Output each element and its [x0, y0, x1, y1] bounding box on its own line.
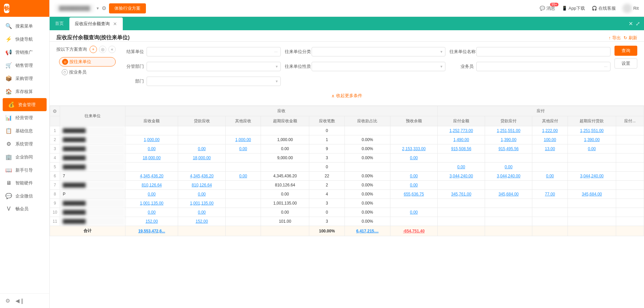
row-other-payable[interactable]: 77.00 — [532, 190, 568, 199]
online-service-item[interactable]: 🎧 在线客服 — [592, 5, 616, 11]
collapse-conditions-btn[interactable]: ∧ 收起更多条件 — [331, 93, 362, 99]
add-icon[interactable]: + — [90, 46, 97, 53]
total-advance[interactable]: 6,417,215.... — [344, 226, 390, 236]
download-icon: 📱 — [562, 6, 567, 11]
sidebar-item-企业微信[interactable]: 💬企业微信 — [0, 189, 49, 203]
export-action[interactable]: ↑ 导出 — [609, 35, 621, 41]
sidebar-item-销售管理[interactable]: 🛒销售管理 — [0, 59, 49, 72]
row-other-payable[interactable]: 100.00 — [532, 135, 568, 144]
query-button[interactable]: 查询 — [614, 46, 637, 56]
row-receivable-amount[interactable]: 4,345,436.20 — [125, 172, 178, 181]
refresh-action[interactable]: ↻ 刷新 — [624, 35, 637, 41]
row-advance-balance[interactable]: 2,153,333.00 — [390, 144, 437, 153]
row-payable-amount[interactable]: 915,508.56 — [437, 144, 485, 153]
row-receivable-amount[interactable]: 1,001,135.00 — [125, 199, 178, 208]
sidebar-item-新手引导[interactable]: 📖新手引导 — [0, 164, 49, 177]
collapse-icon[interactable]: ◀ ‖ — [15, 298, 23, 304]
tab-close-all-icon[interactable]: ✕ — [629, 20, 633, 27]
sidebar-item-快捷导航[interactable]: ⚡快捷导航 — [0, 33, 49, 46]
row-overdue-payable[interactable]: 345,684.00 — [568, 190, 616, 199]
row-loan-receivable[interactable]: 152.00 — [178, 217, 225, 226]
row-loan-payable[interactable]: 1,251,551.00 — [485, 126, 532, 135]
row-payable-amount[interactable]: 1,252,773.00 — [437, 126, 485, 135]
row-advance-balance — [390, 217, 437, 226]
row-other-payable[interactable]: 1,222.00 — [532, 126, 568, 135]
row-other-payable[interactable]: 13.00 — [532, 144, 568, 153]
tab-close-icon[interactable]: ✕ — [113, 21, 117, 27]
sidebar-item-营销推广[interactable]: 📢营销推广 — [0, 46, 49, 59]
sidebar-item-智能硬件[interactable]: 🖥智能硬件 — [0, 177, 49, 189]
dept-field: 分管部门 ▾ — [120, 60, 281, 73]
total-payable[interactable]: -654,751.40 — [390, 226, 437, 236]
user-item[interactable]: Rit — [623, 4, 639, 13]
row-receivable-amount[interactable]: 0.00 — [125, 208, 178, 217]
sidebar-item-资金管理[interactable]: 💰资金管理 — [3, 98, 47, 111]
row-loan-receivable[interactable]: 1,001,135.00 — [178, 199, 225, 208]
row-receivable-amount[interactable]: 0.00 — [125, 144, 178, 153]
counterpart-name-input[interactable] — [476, 47, 610, 56]
row-payable-amount[interactable]: 3,044,240.00 — [437, 172, 485, 181]
dept-select[interactable]: ▾ — [147, 62, 281, 71]
arrow-down-icon2: ▾ — [276, 64, 278, 69]
row-advance-balance[interactable]: 655,636.75 — [390, 190, 437, 199]
row-loan-payable[interactable]: 0.00 — [485, 163, 532, 172]
target-icon[interactable]: ◎ — [99, 46, 106, 53]
row-overdue-payable[interactable]: 1,251,551.00 — [568, 126, 616, 135]
row-loan-receivable[interactable]: 810,126.64 — [178, 181, 225, 190]
row-overdue-payable[interactable]: 0.00 — [568, 144, 616, 153]
total-receivable-amount[interactable]: 19,553,472,6... — [125, 226, 178, 236]
sidebar-item-搜索菜单[interactable]: 🔍搜索菜单 — [0, 19, 49, 33]
back-icon[interactable]: « — [108, 46, 116, 53]
counterpart-category-select[interactable]: ▾ — [312, 47, 446, 56]
settlement-unit-input[interactable]: ··· — [147, 47, 281, 56]
row-receivable-amount[interactable]: 810,126.64 — [125, 181, 178, 190]
row-loan-receivable[interactable]: 0.00 — [178, 144, 225, 153]
tab-maximize-icon[interactable]: ⤢ — [636, 20, 640, 27]
topbar-left: ██████████ ▾ ⚙ 体验行业方案 — [55, 3, 146, 13]
sidebar-item-畅会员[interactable]: V畅会员 — [0, 203, 49, 215]
sidebar-item-采购管理[interactable]: 📦采购管理 — [0, 72, 49, 85]
row-other-receivable[interactable]: 0.00 — [225, 144, 261, 153]
row-loan-payable[interactable]: 915,495.56 — [485, 144, 532, 153]
row-payable-amount[interactable]: 0.00 — [437, 163, 485, 172]
row-other-receivable[interactable]: 0.00 — [225, 172, 261, 181]
option-by-counterpart[interactable]: ⊙ 按往来单位 — [59, 57, 116, 67]
sidebar-item-基础信息[interactable]: 📋基础信息 — [0, 124, 49, 137]
gear-icon[interactable]: ⚙ — [102, 5, 106, 11]
row-loan-receivable[interactable]: 18,000.00 — [178, 153, 225, 163]
option-by-salesman[interactable]: ⏱ 按业务员 — [59, 68, 116, 77]
row-overdue-payable[interactable]: 1,390.00 — [568, 135, 616, 144]
row-receivable-amount[interactable]: 152.00 — [125, 217, 178, 226]
row-advance-balance[interactable]: 0.00 — [390, 172, 437, 181]
row-loan-receivable[interactable]: 0.00 — [178, 190, 225, 199]
messages-item[interactable]: 💬 消息 99+ — [540, 5, 555, 11]
row-receivable-amount[interactable]: 1,000.00 — [125, 135, 178, 144]
row-other-receivable[interactable]: 1,000.00 — [225, 135, 261, 144]
solution-button[interactable]: 体验行业方案 — [109, 3, 146, 13]
dropdown-icon[interactable]: ▾ — [97, 6, 99, 11]
sidebar-item-库存核算[interactable]: 🏠库存核算 — [0, 85, 49, 98]
row-advance-balance[interactable]: 0.00 — [390, 181, 437, 190]
row-other-payable[interactable]: 0.00 — [532, 172, 568, 181]
sidebar-item-系统管理[interactable]: ⚙系统管理 — [0, 137, 49, 150]
row-advance-balance[interactable]: 0.00 — [390, 153, 437, 163]
tab-query[interactable]: 应收应付余额查询 ✕ — [69, 17, 123, 30]
sidebar-item-经营管理[interactable]: 📊经营管理 — [0, 111, 49, 124]
row-overdue-payable[interactable]: 3,044,240.00 — [568, 172, 616, 181]
app-download-item[interactable]: 📱 App下载 — [562, 5, 585, 11]
counterpart-nature-select[interactable]: ▾ — [312, 62, 446, 71]
row-advance-balance[interactable]: 0.00 — [390, 208, 437, 217]
row-loan-payable[interactable]: 3,044,240.00 — [485, 172, 532, 181]
row-payable-amount[interactable]: 345,761.00 — [437, 190, 485, 199]
row-loan-payable[interactable]: 1,390.00 — [485, 135, 532, 144]
department-select[interactable]: ▾ — [147, 77, 281, 86]
settings-icon[interactable]: ⚙ — [5, 298, 10, 304]
row-receivable-amount[interactable]: 18,000.00 — [125, 153, 178, 163]
row-payable-amount[interactable]: 1,490.00 — [437, 135, 485, 144]
row-loan-receivable[interactable]: 4,345,436.20 — [178, 172, 225, 181]
row-receivable-amount[interactable]: 0.00 — [125, 190, 178, 199]
salesman-input[interactable]: ··· — [476, 62, 610, 71]
row-loan-payable[interactable]: 345,684.00 — [485, 190, 532, 199]
row-loan-receivable[interactable]: 0.00 — [178, 208, 225, 217]
setting-button[interactable]: 设置 — [614, 58, 637, 69]
